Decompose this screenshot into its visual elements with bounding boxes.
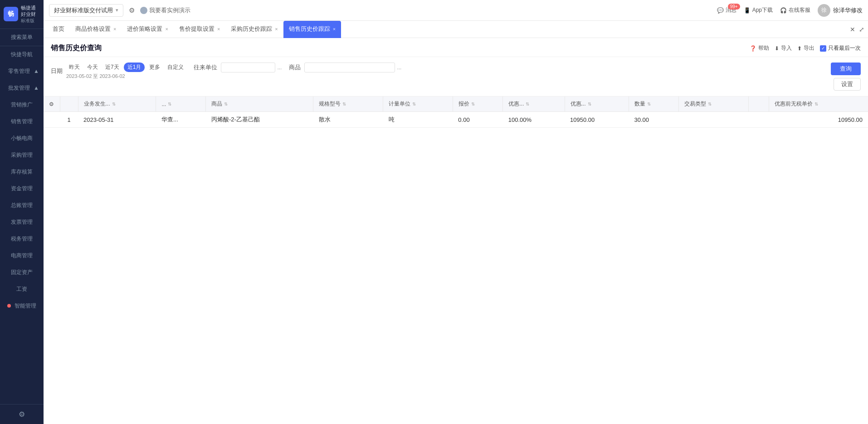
demo-link[interactable]: 我要看实例演示 bbox=[140, 6, 190, 14]
source-unit-input[interactable] bbox=[221, 63, 275, 72]
sort-icon[interactable]: ⇅ bbox=[224, 101, 228, 106]
sidebar-item-ecommerce[interactable]: 电商管理 bbox=[0, 247, 44, 264]
source-unit-more-button[interactable]: ... bbox=[277, 64, 282, 71]
sidebar-item-fixed-assets[interactable]: 固定资产 bbox=[0, 264, 44, 281]
sidebar-item-tax[interactable]: 税务管理 bbox=[0, 231, 44, 247]
sidebar-search[interactable]: 搜索菜单 bbox=[0, 29, 44, 46]
col-transaction-type[interactable]: 交易类型 ⇅ bbox=[679, 96, 749, 112]
sidebar-item-quick-nav[interactable]: 快捷导航 bbox=[0, 46, 44, 63]
product-input[interactable] bbox=[304, 63, 395, 72]
tabs-bar: 首页 商品价格设置 × 进价策略设置 × 售价提取设置 × 采购历史价跟踪 × … bbox=[44, 21, 868, 38]
row-unit: 吨 bbox=[383, 112, 453, 128]
sidebar-item-label: 工资 bbox=[16, 285, 27, 293]
export-button[interactable]: ⬆ 导出 bbox=[797, 44, 814, 52]
sidebar-item-label: 资金管理 bbox=[11, 185, 33, 193]
messages-button[interactable]: 💬 消息 99+ bbox=[717, 6, 736, 14]
sidebar-item-label: 电商管理 bbox=[11, 252, 33, 260]
col-quantity[interactable]: 数量 ⇅ bbox=[629, 96, 679, 112]
sort-icon[interactable]: ⇅ bbox=[112, 101, 116, 106]
topbar-gear-icon[interactable]: ⚙ bbox=[129, 6, 135, 14]
tab-product-price[interactable]: 商品价格设置 × bbox=[70, 21, 122, 38]
date-btn-last1m[interactable]: 近1月 bbox=[124, 63, 145, 72]
app-download-button[interactable]: 📱 App下载 bbox=[744, 6, 773, 14]
user-menu[interactable]: 徐 徐泽华修改 bbox=[818, 4, 863, 17]
sidebar-item-invoice[interactable]: 发票管理 bbox=[0, 214, 44, 231]
messages-badge: 99+ bbox=[728, 4, 740, 10]
col-discount1[interactable]: 优惠... ⇅ bbox=[503, 96, 565, 112]
sort-icon[interactable]: ⇅ bbox=[342, 101, 346, 106]
product-label: 商品 bbox=[289, 63, 301, 72]
sidebar-item-label: 智能管理 bbox=[15, 302, 36, 310]
query-button[interactable]: 查询 bbox=[831, 63, 861, 75]
phone-icon: 📱 bbox=[744, 7, 751, 14]
checkbox-checked-icon: ✓ bbox=[820, 45, 826, 52]
tab-purchase-history[interactable]: 采购历史价跟踪 × bbox=[225, 21, 283, 38]
col-unit[interactable]: 计量单位 ⇅ bbox=[383, 96, 453, 112]
date-btn-custom[interactable]: 自定义 bbox=[165, 63, 186, 72]
product-filter-group: 商品 ... bbox=[289, 63, 401, 72]
col-business-date[interactable]: 业务发生... ⇅ bbox=[78, 96, 156, 112]
sort-icon[interactable]: ⇅ bbox=[708, 101, 712, 106]
date-btn-last7[interactable]: 近7天 bbox=[102, 63, 122, 72]
sidebar-item-salary[interactable]: 工资 bbox=[0, 281, 44, 298]
sidebar-item-smart[interactable]: 智能管理 bbox=[0, 298, 44, 314]
product-more-button[interactable]: ... bbox=[397, 64, 401, 71]
tab-close-icon[interactable]: × bbox=[217, 26, 220, 32]
window-close-icon[interactable]: ✕ bbox=[850, 26, 855, 33]
sort-icon[interactable]: ⇅ bbox=[526, 101, 529, 106]
col-settings[interactable]: ⚙ bbox=[44, 96, 60, 112]
col-spec[interactable]: 规格型号 ⇅ bbox=[313, 96, 383, 112]
sidebar-item-label: 税务管理 bbox=[11, 235, 33, 243]
sort-icon[interactable]: ⇅ bbox=[588, 101, 591, 106]
sort-icon[interactable]: ⇅ bbox=[647, 101, 651, 106]
sort-icon[interactable]: ⇅ bbox=[412, 101, 416, 106]
source-unit-input-group: ... bbox=[221, 63, 282, 72]
only-last-checkbox[interactable]: ✓ 只看最后一次 bbox=[820, 44, 861, 52]
sidebar-item-purchase[interactable]: 采购管理 bbox=[0, 147, 44, 164]
help-button[interactable]: ❓ 帮助 bbox=[750, 44, 769, 52]
topbar: 好业财标准版交付试用 ▾ ⚙ 我要看实例演示 💬 消息 99+ 📱 App下载 … bbox=[44, 0, 868, 21]
col-product[interactable]: 商品 ⇅ bbox=[206, 96, 313, 112]
import-button[interactable]: ⬇ 导入 bbox=[775, 44, 792, 52]
sort-icon[interactable]: ⇅ bbox=[814, 101, 818, 106]
page-title: 销售历史价查询 bbox=[51, 43, 102, 53]
sort-icon[interactable]: ⇅ bbox=[471, 101, 475, 106]
tab-sales-history[interactable]: 销售历史价跟踪 × bbox=[283, 21, 341, 38]
sidebar-item-finance[interactable]: 资金管理 bbox=[0, 180, 44, 197]
col-more[interactable]: ... ⇅ bbox=[156, 96, 206, 112]
date-btn-yesterday[interactable]: 昨天 bbox=[66, 63, 83, 72]
tab-close-icon[interactable]: × bbox=[333, 26, 336, 32]
sidebar-settings-button[interactable]: ⚙ bbox=[0, 405, 44, 424]
page-header: 销售历史价查询 ❓ 帮助 ⬇ 导入 ⬆ 导出 ✓ 只看最后一次 bbox=[44, 38, 868, 57]
sidebar-item-general-ledger[interactable]: 总账管理 bbox=[0, 197, 44, 214]
sidebar-item-inventory[interactable]: 库存核算 bbox=[0, 164, 44, 180]
tab-close-icon[interactable]: × bbox=[165, 26, 168, 32]
col-pretax-price[interactable]: 优惠前无税单价 ⇅ bbox=[769, 96, 868, 112]
col-price[interactable]: 报价 ⇅ bbox=[453, 96, 502, 112]
import-icon: ⬇ bbox=[775, 45, 779, 52]
sidebar-item-retail[interactable]: 零售管理 ▲ bbox=[0, 63, 44, 80]
tab-purchase-strategy[interactable]: 进价策略设置 × bbox=[122, 21, 173, 38]
tab-close-icon[interactable]: × bbox=[113, 26, 116, 32]
tab-close-icon[interactable]: × bbox=[275, 26, 278, 32]
row-quantity: 30.00 bbox=[629, 112, 679, 128]
sidebar-item-ecommerce-small[interactable]: 小畅电商 bbox=[0, 130, 44, 147]
tab-home[interactable]: 首页 bbox=[47, 21, 70, 38]
row-pretax-price: 10950.00 bbox=[769, 112, 868, 128]
sidebar-item-sales[interactable]: 销售管理 bbox=[0, 113, 44, 130]
tabs-bar-right: ✕ ⤢ bbox=[850, 26, 864, 33]
online-service-label: 在线客服 bbox=[789, 6, 810, 14]
settings-button[interactable]: 设置 bbox=[834, 78, 861, 91]
sort-icon[interactable]: ⇅ bbox=[168, 101, 171, 106]
window-expand-icon[interactable]: ⤢ bbox=[859, 26, 864, 33]
sidebar-item-marketing[interactable]: 营销推广 bbox=[0, 96, 44, 113]
col-discount2[interactable]: 优惠... ⇅ bbox=[565, 96, 629, 112]
version-selector[interactable]: 好业财标准版交付试用 ▾ bbox=[49, 4, 123, 17]
demo-text: 我要看实例演示 bbox=[149, 6, 190, 14]
online-service-button[interactable]: 🎧 在线客服 bbox=[780, 6, 810, 14]
date-btn-today[interactable]: 今天 bbox=[84, 63, 101, 72]
sidebar-item-label: 小畅电商 bbox=[11, 135, 33, 142]
tab-sale-price-extract[interactable]: 售价提取设置 × bbox=[174, 21, 225, 38]
date-btn-more[interactable]: 更多 bbox=[146, 63, 163, 72]
sidebar-item-wholesale[interactable]: 批发管理 ▲ bbox=[0, 80, 44, 96]
